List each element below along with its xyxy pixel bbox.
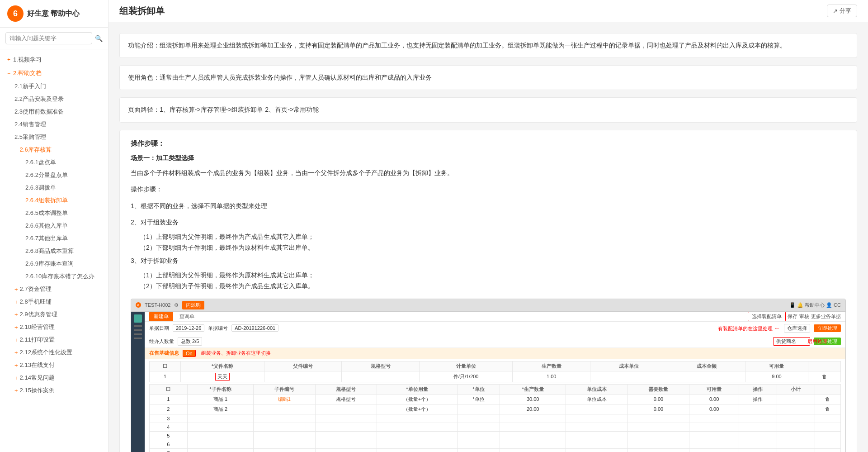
step1: 1、根据不同的业务，选择不同单据的类型来处理	[131, 200, 846, 212]
sim-confirm-btn: 立即处理	[814, 324, 841, 332]
screenshot-wrapper: 6 TEST-H002 ⚙ 闪源购 📱 🔔 帮助中心 👤 CC	[131, 299, 846, 452]
sim-tab-active: 新建单	[149, 312, 173, 321]
table-row-lower-3: 3	[150, 414, 841, 423]
sidebar-item-2-3[interactable]: 2.3使用前数据准备	[14, 105, 108, 118]
sidebar-item-2-1[interactable]: 2.1新手入门	[14, 80, 108, 93]
cell-product-name: 天天	[215, 373, 230, 381]
sim-select-btn-area: 选择装配清单	[748, 312, 786, 321]
sim-enable-input: 供货商名	[773, 337, 810, 346]
brand-name: 好生意 帮助中心	[27, 9, 80, 19]
sidebar-item-2-6-7[interactable]: 2.6.7其他出库单	[22, 232, 108, 245]
sim-icon-4	[134, 333, 142, 335]
sim-toggle-label: 在售基础信息	[149, 350, 179, 357]
sidebar-item-2-14[interactable]: +2.14常见问题	[14, 371, 108, 384]
main-area: 组装拆卸单 ↗ 分享 功能介绍：组装拆卸单用来处理企业组装或拆卸等加工业务，支持…	[108, 0, 868, 452]
sim-toggle-on: On	[183, 350, 196, 357]
sim-icon-5	[134, 338, 142, 339]
logo-icon: 6	[7, 5, 24, 22]
sim-tabbar: 新建单 查询单 选择装配清单 保存 审核	[145, 312, 845, 322]
sidebar-item-2-6-9[interactable]: 2.6.9库存账本查询	[22, 257, 108, 270]
sim-app-body: 新建单 查询单 选择装配清单 保存 审核	[131, 312, 845, 452]
col-total: 成本金额	[668, 361, 745, 371]
sidebar-item-2-8[interactable]: +2.8手机旺铺	[14, 295, 108, 308]
disassembly-step-2: （2）下部明细为子件明细，最终作为产成品生成其它入库单。	[131, 282, 846, 290]
sidebar-item-2-12[interactable]: +2.12系统个性化设置	[14, 346, 108, 359]
path-block: 页面路径：1、库存核算->库存管理->组装拆卸单 2、首页->常用功能	[119, 97, 857, 122]
table-row-lower-4: 4	[150, 423, 841, 431]
minus-icon: −	[7, 70, 10, 76]
table-row-lower-2: 2 商品 2 （批量+个） 20.00	[150, 404, 841, 414]
sidebar-item-2-11[interactable]: +2.11打印设置	[14, 333, 108, 346]
sim-tab-2: 查询单	[175, 312, 199, 321]
page-title: 组装拆卸单	[119, 5, 165, 17]
content-area: 功能介绍：组装拆卸单用来处理企业组装或拆卸等加工业务，支持有固定装配清单的产品加…	[108, 22, 868, 452]
sim-title: TEST-H002	[145, 302, 170, 308]
sim-icon-3	[134, 329, 142, 331]
anno-toggle-text: 组装业务、拆卸业务在这里切换	[201, 350, 271, 357]
sidebar-item-docs-label: 2.帮助文档	[13, 69, 42, 77]
sim-icons-right: 📱 🔔 帮助中心 👤 CC	[789, 302, 841, 309]
sim-btn-c: 更多业务单据	[811, 313, 841, 320]
search-button[interactable]: 🔍	[95, 35, 103, 42]
sidebar-item-2-6-4[interactable]: 2.6.4组装拆卸单	[22, 194, 108, 207]
sim-warehouse: 仓库选择	[784, 324, 810, 333]
sidebar-item-2-6-1[interactable]: 2.6.1盘点单	[22, 156, 108, 169]
intro-block: 功能介绍：组装拆卸单用来处理企业组装或拆卸等加工业务，支持有固定装配清单的产品加…	[119, 33, 857, 58]
sim-annotation-container: 单据日期 2019-12-26 单据编号 AD-20191226-001 有装配…	[145, 322, 845, 359]
table-row-lower-5: 5	[150, 431, 841, 440]
sidebar-item-2-9[interactable]: +2.9优惠券管理	[14, 308, 108, 321]
sidebar-item-2-2[interactable]: 2.2产品安装及登录	[14, 93, 108, 105]
sim-upper-table: ☐ *父件名称 父件编号 规格型号 计量单位 生产数量 成本单位 成本金额	[149, 361, 841, 382]
sim-label-date: 单据日期	[149, 325, 169, 332]
table-row: 1 天天 件/只/1/200 1.00	[150, 371, 841, 382]
role-text: 使用角色：通常由生产人员或库管人员完成拆装业务的操作，库管人员确认原材料的出库和…	[128, 74, 432, 81]
sidebar-item-2-5[interactable]: 2.5采购管理	[14, 131, 108, 143]
table-row-lower-7: 7	[150, 448, 841, 452]
col-cost: 成本单位	[590, 361, 668, 371]
search-input[interactable]	[5, 32, 92, 44]
sidebar-item-video-label: 1.视频学习	[13, 56, 42, 64]
sim-btn-b: 审核	[799, 313, 809, 320]
sim-form-row1: 单据日期 2019-12-26 单据编号 AD-20191226-001 有装配…	[145, 322, 845, 335]
anno-arrow-1: ←	[774, 324, 780, 332]
sidebar-header: 6 好生意 帮助中心	[0, 0, 108, 28]
subnav-2-6: 2.6.1盘点单 2.6.2分量盘点单 2.6.3调拨单 2.6.4组装拆卸单 …	[14, 156, 108, 283]
sidebar-item-2-6-10[interactable]: 2.6.10库存账本错了怎么办	[22, 270, 108, 283]
sim-main: 新建单 查询单 选择装配清单 保存 审核	[145, 312, 845, 452]
step2-label: 2、对于组装业务	[131, 216, 846, 228]
sim-table-area: ☐ *父件名称 父件编号 规格型号 计量单位 生产数量 成本单位 成本金额	[145, 359, 845, 452]
ops-title: 操作步骤：	[131, 139, 846, 148]
intro-text: 功能介绍：组装拆卸单用来处理企业组装或拆卸等加工业务，支持有固定装配清单的产品加…	[128, 42, 786, 49]
sim-input-num: 总数 2/5	[178, 337, 202, 346]
sim-form-row2: 经办人数量 总数 2/5 供货商名 立即处理 启用处理	[145, 335, 845, 348]
scene1-title: 场景一：加工类型选择	[131, 154, 846, 162]
sim-icon-2	[134, 325, 142, 327]
sidebar-item-2-4[interactable]: 2.4销售管理	[14, 118, 108, 131]
sidebar-item-2-15[interactable]: +2.15操作案例	[14, 384, 108, 397]
topbar: 组装拆卸单 ↗ 分享	[108, 0, 868, 22]
anno-top-text: 有装配清单的在这里处理	[718, 326, 773, 331]
sim-anno-top: 有装配清单的在这里处理 ←	[718, 324, 780, 332]
share-button[interactable]: ↗ 分享	[827, 5, 857, 17]
col-qty: 计量单位	[419, 361, 513, 371]
sidebar-item-2-6-6[interactable]: 2.6.6其他入库单	[22, 219, 108, 232]
sim-gear-icon: ⚙	[174, 302, 179, 308]
search-box: 🔍	[0, 28, 108, 49]
sim-nav-btn: 闪源购	[182, 301, 204, 309]
anno-enable-text: 启用处理	[807, 338, 827, 344]
sim-btn-a: 保存	[788, 313, 797, 320]
sidebar-item-2-13[interactable]: +2.13在线支付	[14, 359, 108, 371]
sidebar-item-2-6-5[interactable]: 2.6.5成本调整单	[22, 207, 108, 219]
col-spec: 规格型号	[342, 361, 420, 371]
sidebar-item-docs[interactable]: − 2.帮助文档	[0, 67, 108, 80]
col-checkbox: ☐	[150, 361, 181, 371]
sidebar-item-2-6[interactable]: −2.6库存核算	[14, 143, 108, 156]
sidebar-item-2-6-8[interactable]: 2.6.8商品成本重算	[22, 245, 108, 257]
sidebar-item-2-10[interactable]: +2.10经营管理	[14, 321, 108, 333]
role-block: 使用角色：通常由生产人员或库管人员完成拆装业务的操作，库管人员确认原材料的出库和…	[119, 65, 857, 90]
sidebar-item-video[interactable]: + 1.视频学习	[0, 53, 108, 67]
sidebar-item-2-6-3[interactable]: 2.6.3调拨单	[22, 181, 108, 194]
sidebar-item-2-6-2[interactable]: 2.6.2分量盘点单	[22, 169, 108, 181]
sim-toggle-group: On	[183, 350, 196, 357]
sidebar-item-2-7[interactable]: +2.7资金管理	[14, 283, 108, 295]
